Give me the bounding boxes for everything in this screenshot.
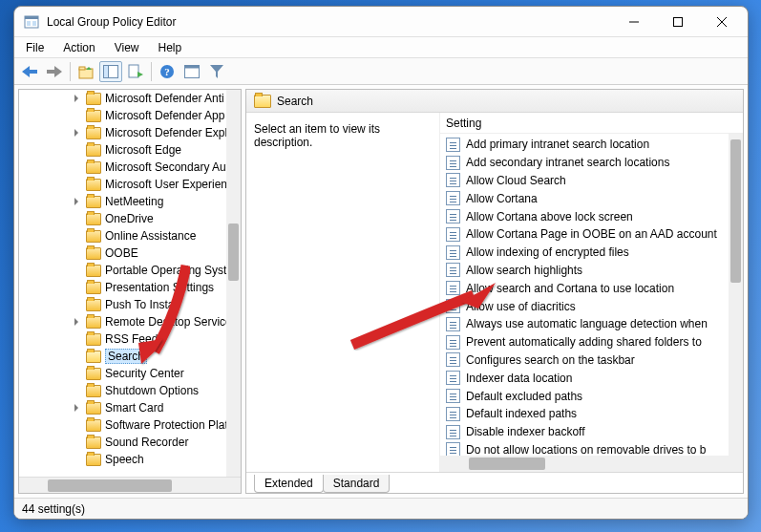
tree-item[interactable]: Presentation Settings: [19, 279, 241, 296]
tree-item-label: Software Protection Platf: [105, 418, 231, 432]
setting-row[interactable]: Disable indexer backoff: [440, 423, 743, 441]
filter-button[interactable]: [205, 61, 228, 82]
minimize-button[interactable]: [612, 7, 656, 36]
tree-item[interactable]: Microsoft Defender App: [19, 107, 241, 124]
setting-row[interactable]: Allow Cortana Page in OOBE on an AAD acc…: [440, 225, 743, 244]
setting-row[interactable]: Always use automatic language detection …: [440, 315, 743, 333]
setting-row[interactable]: Allow search highlights: [440, 262, 743, 280]
setting-row[interactable]: Add primary intranet search location: [440, 136, 743, 154]
setting-row[interactable]: Indexer data location: [440, 369, 743, 387]
setting-row[interactable]: Allow use of diacritics: [440, 297, 743, 315]
policy-setting-icon: [446, 389, 460, 403]
setting-row[interactable]: Allow search and Cortana to use location: [440, 279, 743, 297]
tree-item[interactable]: NetMeeting: [19, 193, 241, 210]
setting-row[interactable]: Allow indexing of encrypted files: [440, 244, 743, 262]
tree-item[interactable]: Microsoft Defender Anti: [19, 90, 241, 107]
help-button[interactable]: ?: [156, 61, 179, 82]
tab-extended[interactable]: Extended: [254, 475, 324, 493]
tree-item[interactable]: RSS Feeds: [19, 330, 241, 348]
tree-item[interactable]: Portable Operating Syste: [19, 262, 241, 279]
tree-item[interactable]: Microsoft Defender Expl: [19, 124, 241, 141]
menu-action[interactable]: Action: [53, 39, 104, 56]
tree-item-label: Presentation Settings: [105, 281, 214, 294]
folder-icon: [86, 436, 101, 449]
tree-item[interactable]: Microsoft User Experienc: [19, 176, 241, 193]
setting-row[interactable]: Allow Cortana: [440, 189, 743, 207]
menu-help[interactable]: Help: [149, 39, 192, 56]
tree-horizontal-scrollbar[interactable]: [19, 477, 241, 493]
tree-item[interactable]: Search: [19, 348, 241, 365]
setting-label: Configures search on the taskbar: [466, 353, 635, 367]
setting-row[interactable]: Prevent automatically adding shared fold…: [440, 333, 743, 351]
setting-row[interactable]: Configures search on the taskbar: [440, 351, 743, 370]
folder-icon: [86, 179, 101, 191]
tree-item[interactable]: Speech: [19, 451, 241, 468]
menu-view[interactable]: View: [105, 39, 149, 56]
tree-vertical-scrollbar[interactable]: [226, 90, 241, 477]
properties-button[interactable]: [180, 61, 203, 82]
policy-setting-icon: [446, 299, 460, 313]
toolbar: ?: [14, 58, 748, 85]
tree-item[interactable]: Sound Recorder: [19, 434, 241, 451]
column-header-setting[interactable]: Setting: [440, 113, 743, 134]
nav-back-button[interactable]: [18, 61, 41, 82]
tree-scroll[interactable]: Microsoft Defender AntiMicrosoft Defende…: [19, 90, 241, 477]
settings-list[interactable]: Add primary intranet search locationAdd …: [440, 134, 743, 456]
policy-setting-icon: [446, 245, 460, 260]
tree-item[interactable]: Push To Install: [19, 296, 241, 313]
folder-icon: [86, 93, 101, 105]
folder-icon: [86, 316, 101, 329]
maximize-button[interactable]: [656, 7, 700, 36]
details-tabs: Extended Standard: [246, 472, 743, 493]
app-window: Local Group Policy Editor File Action Vi…: [13, 6, 749, 520]
tree-item[interactable]: Remote Desktop Service: [19, 313, 241, 330]
settings-grid: Setting Add primary intranet search loca…: [439, 113, 743, 472]
tree-item[interactable]: OOBE: [19, 245, 241, 262]
app-icon: [24, 14, 39, 30]
tree-item[interactable]: OneDrive: [19, 210, 241, 227]
policy-setting-icon: [446, 173, 460, 187]
tree-item[interactable]: Microsoft Secondary Aut: [19, 159, 241, 176]
svg-rect-5: [674, 17, 683, 26]
tree-item[interactable]: Software Protection Platf: [19, 416, 241, 434]
setting-row[interactable]: Default indexed paths: [440, 405, 743, 423]
tree-item[interactable]: Microsoft Edge: [19, 141, 241, 159]
setting-label: Prevent automatically adding shared fold…: [466, 335, 702, 349]
setting-row[interactable]: Do not allow locations on removable driv…: [440, 441, 743, 456]
svg-marker-9: [47, 66, 62, 77]
close-button[interactable]: [700, 7, 744, 36]
setting-row[interactable]: Add secondary intranet search locations: [440, 154, 743, 172]
up-one-level-button[interactable]: [74, 61, 97, 82]
svg-rect-20: [185, 65, 200, 68]
menubar: File Action View Help: [14, 37, 748, 58]
tree-item[interactable]: Smart Card: [19, 399, 241, 416]
folder-icon: [86, 454, 101, 466]
tree-item-label: Microsoft Defender Expl: [105, 126, 227, 139]
setting-row[interactable]: Default excluded paths: [440, 387, 743, 405]
setting-row[interactable]: Allow Cortana above lock screen: [440, 207, 743, 225]
settings-vertical-scrollbar[interactable]: [729, 134, 743, 456]
tree-item-label: Remote Desktop Service: [105, 315, 232, 329]
folder-icon: [86, 299, 101, 311]
svg-rect-15: [129, 65, 138, 77]
nav-forward-button[interactable]: [43, 61, 66, 82]
setting-label: Allow indexing of encrypted files: [466, 245, 629, 259]
policy-setting-icon: [446, 281, 460, 295]
policy-setting-icon: [446, 191, 460, 205]
tab-standard[interactable]: Standard: [323, 475, 391, 493]
tree-item[interactable]: Online Assistance: [19, 227, 241, 245]
policy-setting-icon: [446, 352, 460, 367]
tree-item[interactable]: Security Center: [19, 365, 241, 382]
settings-horizontal-scrollbar[interactable]: [440, 456, 743, 472]
show-hide-tree-button[interactable]: [99, 61, 122, 82]
menu-file[interactable]: File: [16, 39, 53, 56]
folder-icon: [86, 247, 101, 260]
svg-marker-21: [210, 65, 223, 78]
setting-label: Disable indexer backoff: [466, 425, 585, 438]
policy-setting-icon: [446, 335, 460, 350]
export-list-button[interactable]: [124, 61, 147, 82]
tree-item-label: Microsoft Defender Anti: [105, 92, 224, 105]
setting-label: Default excluded paths: [466, 390, 582, 403]
tree-item[interactable]: Shutdown Options: [19, 382, 241, 399]
setting-row[interactable]: Allow Cloud Search: [440, 172, 743, 190]
